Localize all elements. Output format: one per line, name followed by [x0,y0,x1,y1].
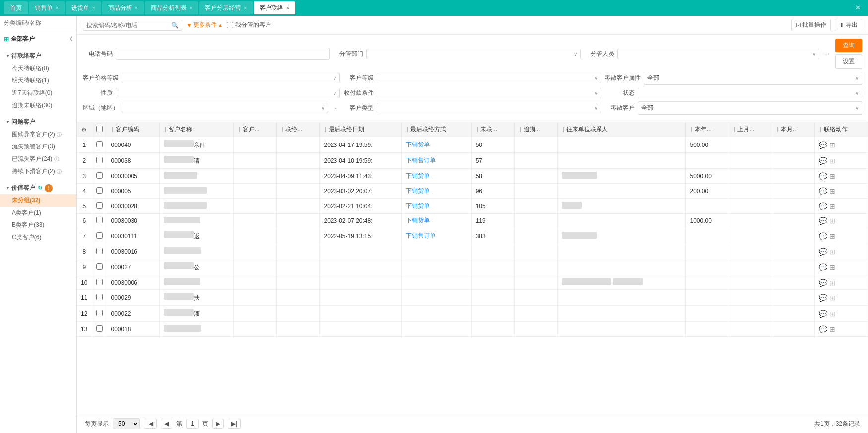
message-icon[interactable]: 💬 [819,232,827,240]
manager-select[interactable]: ∨ [617,49,819,59]
tab-product-analysis[interactable]: 商品分析 × [102,1,144,14]
row-select-checkbox[interactable] [96,294,103,300]
sidebar-item-today[interactable]: 今天待联络(0) [0,62,76,74]
my-customers-check[interactable] [227,22,233,28]
query-button[interactable]: 查询 [835,39,862,52]
price-level-select[interactable]: ∨ [122,73,340,83]
row-select-checkbox[interactable] [96,141,103,147]
grid-action-icon[interactable]: ⊞ [829,232,835,240]
select-all-checkbox[interactable] [96,126,103,132]
refresh-icon[interactable]: ↻ [38,185,42,191]
message-icon[interactable]: 💬 [819,310,827,318]
prev-page-btn[interactable]: ◀ [161,419,172,429]
phone-input[interactable] [116,48,330,60]
region-select[interactable]: ∨ [122,103,328,113]
problem-customers-category[interactable]: ▼ 问题客户 [0,116,76,128]
main-search-icon[interactable]: 🔍 [171,22,179,29]
message-icon[interactable]: 💬 [819,217,827,225]
retail-customer-select[interactable]: 全部 ∨ [638,101,862,115]
payment-select[interactable]: ∨ [377,88,601,98]
row-select-checkbox[interactable] [96,310,103,316]
close-sales-icon[interactable]: × [56,5,59,11]
main-search-input[interactable] [86,22,169,29]
grid-action-icon[interactable]: ⊞ [829,263,835,271]
per-page-select[interactable]: 50 100 [113,418,140,429]
close-contact-icon[interactable]: × [286,5,289,11]
gender-select[interactable]: ∨ [116,88,340,98]
row-select-checkbox[interactable] [96,263,103,270]
row-select-checkbox[interactable] [96,217,103,223]
grid-action-icon[interactable]: ⊞ [829,217,835,225]
grid-action-icon[interactable]: ⊞ [829,172,835,180]
grid-action-icon[interactable]: ⊞ [829,141,835,149]
sidebar-item-c-class[interactable]: C类客户(6) [0,231,76,244]
retail-attr-select[interactable]: 全部 ∨ [644,72,862,85]
region-dots[interactable]: ··· [331,105,340,112]
contact-method-link[interactable]: 下销货单 [406,172,430,179]
sidebar-search-input[interactable] [4,19,77,26]
grid-action-icon[interactable]: ⊞ [829,279,835,287]
row-select-checkbox[interactable] [96,248,103,254]
sidebar-item-churned[interactable]: 已流失客户(24) ⓘ [0,153,76,165]
grid-action-icon[interactable]: ⊞ [829,202,835,210]
message-icon[interactable]: 💬 [819,294,827,302]
row-select-checkbox[interactable] [96,157,103,163]
more-conditions-btn[interactable]: ▼ 更多条件 ▲ [186,21,223,29]
customer-level-select[interactable]: ∨ [377,73,601,83]
sidebar-item-overdue[interactable]: 逾期未联络(30) [0,99,76,112]
message-icon[interactable]: 💬 [819,248,827,256]
message-icon[interactable]: 💬 [819,202,827,210]
tab-home[interactable]: 首页 [4,1,28,14]
value-customers-category[interactable]: ▼ 价值客户 ↻ ! [0,182,76,194]
settings-icon[interactable]: ⚙ [81,126,87,133]
grid-action-icon[interactable]: ⊞ [829,187,835,195]
message-icon[interactable]: 💬 [819,263,827,271]
sidebar-item-tomorrow[interactable]: 明天待联络(1) [0,74,76,87]
contact-method-link[interactable]: 下销货单 [406,202,430,209]
grid-action-icon[interactable]: ⊞ [829,325,835,333]
grid-action-icon[interactable]: ⊞ [829,248,835,256]
close-segmentation-icon[interactable]: × [244,5,247,11]
window-close-button[interactable]: × [852,3,864,12]
grid-action-icon[interactable]: ⊞ [829,157,835,165]
sidebar-item-hoarding[interactable]: 囤购异常客户(2) ⓘ [0,128,76,141]
row-select-checkbox[interactable] [96,279,103,285]
close-product-list-icon[interactable]: × [190,5,193,11]
row-select-checkbox[interactable] [96,232,103,239]
contact-method-link[interactable]: 下销货单 [406,187,430,194]
contact-method-link[interactable]: 下销售订单 [406,157,436,164]
sidebar-item-a-class[interactable]: A类客户(1) [0,207,76,219]
row-select-checkbox[interactable] [96,172,103,179]
grid-action-icon[interactable]: ⊞ [829,310,835,318]
sidebar-item-churn-warning[interactable]: 流失预警客户(3) [0,141,76,153]
tab-sales[interactable]: 销售单 × [29,1,65,14]
dept-select[interactable]: ∨ [366,49,580,59]
export-button[interactable]: ⬆ 导出 [835,19,862,31]
close-purchase-icon[interactable]: × [92,5,95,11]
message-icon[interactable]: 💬 [819,141,827,149]
customer-type-select[interactable]: ∨ [377,103,601,113]
col-settings[interactable]: ⚙ [77,122,92,137]
grid-action-icon[interactable]: ⊞ [829,294,835,302]
sidebar-item-7days[interactable]: 近7天待联络(0) [0,87,76,99]
contact-method-link[interactable]: 下销货单 [406,217,430,224]
sidebar-item-declining[interactable]: 持续下滑客户(2) ⓘ [0,165,76,178]
last-page-btn[interactable]: ▶| [228,419,241,429]
message-icon[interactable]: 💬 [819,279,827,287]
sidebar-item-b-class[interactable]: B类客户(33) [0,219,76,231]
tab-purchase[interactable]: 进货单 × [66,1,101,14]
tab-customer-segmentation[interactable]: 客户分层经营 × [199,1,253,14]
row-select-checkbox[interactable] [96,202,103,209]
contact-method-link[interactable]: 下销售订单 [406,232,436,239]
all-customers-header[interactable]: ⊞ 全部客户 《 [0,32,76,46]
tab-product-analysis-list[interactable]: 商品分析列表 × [145,1,199,14]
first-page-btn[interactable]: |◀ [144,419,157,429]
row-select-checkbox[interactable] [96,187,103,194]
next-page-btn[interactable]: ▶ [212,419,224,429]
manager-dots[interactable]: ··· [822,50,831,57]
row-select-checkbox[interactable] [96,325,103,332]
reset-button[interactable]: 设置 [835,54,862,69]
close-product-analysis-icon[interactable]: × [135,5,138,11]
message-icon[interactable]: 💬 [819,157,827,165]
message-icon[interactable]: 💬 [819,325,827,333]
